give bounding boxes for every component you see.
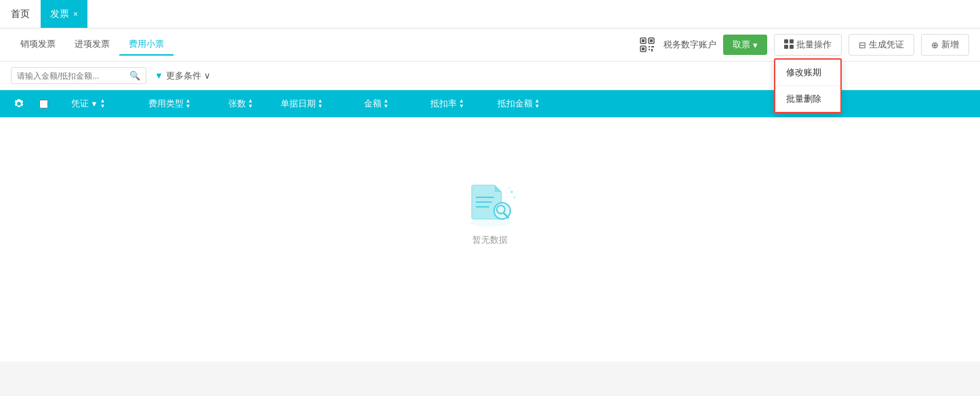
invoice-tab[interactable]: 发票 ×: [41, 0, 87, 28]
select-all-checkbox[interactable]: [39, 100, 48, 108]
empty-state: 暂无数据: [0, 117, 980, 273]
svg-rect-6: [649, 46, 650, 47]
svg-point-15: [470, 218, 510, 226]
th-date: 单据日期 ▲▼: [264, 98, 339, 110]
voucher-sort[interactable]: ▲▼: [100, 98, 105, 109]
search-icon[interactable]: 🔍: [129, 71, 140, 81]
voucher-filter-icon[interactable]: ▼: [91, 100, 98, 108]
qr-code-icon[interactable]: [638, 35, 657, 54]
expense-type-sort[interactable]: ▲▼: [186, 98, 191, 109]
take-ticket-chevron: ▾: [753, 40, 758, 50]
svg-rect-12: [790, 39, 794, 43]
main-toolbar: 销项发票 进项发票 费用小票 税务数字账户 取票 ▾: [0, 28, 980, 62]
modify-period-item[interactable]: 修改账期: [775, 60, 840, 85]
deduct-amount-sort[interactable]: ▲▼: [535, 98, 540, 109]
tab-expense-receipt[interactable]: 费用小票: [119, 34, 173, 56]
home-nav-item[interactable]: 首页: [0, 0, 41, 28]
more-conditions-label: 更多条件: [166, 70, 201, 82]
th-gear[interactable]: [5, 98, 33, 109]
invoice-tab-label: 发票: [50, 8, 69, 20]
top-nav: 首页 发票 ×: [0, 0, 980, 28]
batch-op-label: 批量操作: [796, 39, 832, 51]
filter-icon: ▼: [155, 71, 163, 81]
sub-tabs: 销项发票 进项发票 费用小票: [11, 34, 173, 56]
svg-point-24: [508, 187, 510, 189]
svg-point-22: [510, 191, 513, 193]
svg-rect-8: [649, 49, 650, 50]
batch-op-button[interactable]: 批量操作: [774, 34, 842, 56]
count-sort[interactable]: ▲▼: [248, 98, 253, 109]
gen-voucher-button[interactable]: ⊟ 生成凭证: [849, 34, 914, 56]
gen-voucher-label: 生成凭证: [869, 39, 904, 51]
batch-op-dropdown: 修改账期 批量删除: [774, 58, 842, 113]
content-area: 凭证 ▼ ▲▼ 费用类型 ▲▼ 张数 ▲▼ 单据日期 ▲▼ 金额 ▲▼ 抵扣率 …: [0, 90, 980, 361]
amount-sort[interactable]: ▲▼: [384, 98, 389, 109]
add-button[interactable]: ⊕ 新增: [921, 34, 969, 56]
tab-sales-invoice[interactable]: 销项发票: [11, 34, 65, 56]
take-ticket-label: 取票: [733, 39, 750, 51]
th-checkbox[interactable]: [33, 100, 54, 108]
th-deduct-amount: 抵扣金额 ▲▼: [481, 98, 556, 110]
date-sort[interactable]: ▲▼: [318, 98, 323, 109]
take-ticket-button[interactable]: 取票 ▾: [723, 35, 767, 55]
add-icon: ⊕: [931, 40, 939, 50]
toolbar-right: 税务数字账户 取票 ▾ 批量操作 修改账期 批量删除: [638, 34, 969, 56]
empty-illustration: [456, 172, 524, 226]
empty-state-text: 暂无数据: [472, 234, 508, 246]
th-expense-type: 费用类型 ▲▼: [122, 98, 217, 110]
svg-rect-3: [650, 39, 653, 42]
svg-rect-13: [784, 45, 788, 49]
tax-account-button[interactable]: 税务数字账户: [663, 39, 716, 51]
svg-rect-14: [790, 45, 794, 49]
svg-rect-1: [642, 39, 645, 42]
batch-op-icon: [784, 39, 794, 51]
svg-point-23: [514, 197, 516, 199]
svg-rect-7: [651, 46, 653, 47]
batch-op-container: 批量操作 修改账期 批量删除: [774, 34, 842, 56]
more-conditions-button[interactable]: ▼ 更多条件 ∨: [155, 70, 211, 82]
svg-rect-9: [651, 49, 653, 52]
search-input-wrap: 🔍: [11, 67, 146, 84]
th-deduct-rate: 抵扣率 ▲▼: [413, 98, 481, 110]
svg-rect-10: [653, 46, 654, 47]
th-amount: 金额 ▲▼: [339, 98, 413, 110]
tab-purchase-invoice[interactable]: 进项发票: [65, 34, 119, 56]
svg-rect-11: [784, 39, 788, 43]
search-input[interactable]: [17, 71, 129, 81]
svg-rect-5: [642, 47, 645, 50]
chevron-down-icon: ∨: [204, 71, 211, 81]
th-count: 张数 ▲▼: [217, 98, 264, 110]
invoice-tab-close[interactable]: ×: [73, 9, 78, 19]
th-voucher: 凭证 ▼ ▲▼: [54, 98, 122, 110]
batch-delete-item[interactable]: 批量删除: [775, 85, 840, 112]
deduct-rate-sort[interactable]: ▲▼: [459, 98, 464, 109]
gen-voucher-icon: ⊟: [859, 40, 866, 50]
add-label: 新增: [941, 39, 959, 51]
